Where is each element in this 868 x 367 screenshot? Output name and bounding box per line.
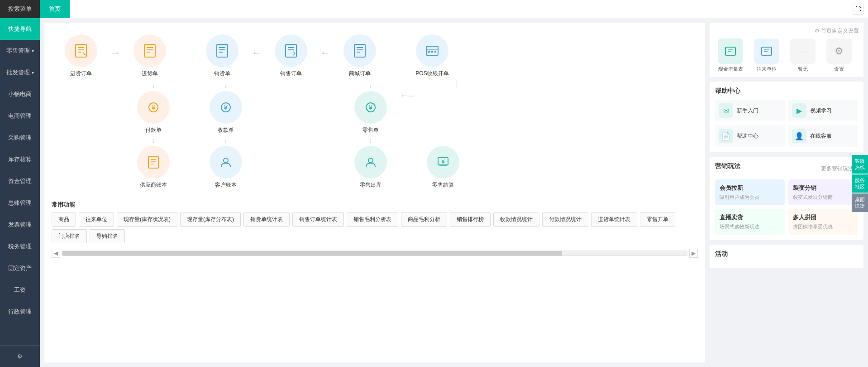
- search-menu-btn[interactable]: 搜索菜单: [0, 0, 40, 18]
- help-item-3[interactable]: 👤在线客服: [788, 125, 858, 147]
- sidebar-item-finance[interactable]: 资金管理: [0, 170, 40, 192]
- quick-icon-cashflow[interactable]: 现金流量表: [714, 39, 747, 72]
- help-icon-3: 👤: [792, 129, 806, 143]
- svg-point-35: [368, 158, 373, 163]
- sidebar-item-label: 固定资产: [8, 264, 32, 272]
- node-retail-bill-label: 零售单: [362, 126, 379, 134]
- arrow-so-from-mall: ←: [320, 34, 330, 72]
- fullscreen-button[interactable]: ⛶: [853, 4, 863, 14]
- sidebar-item-retail[interactable]: 零售管理 ▾: [0, 40, 40, 62]
- sales-bill-icon[interactable]: [206, 34, 238, 67]
- sidebar-item-label: 资金管理: [8, 177, 32, 185]
- sidebar-item-wholesale[interactable]: 批发管理 ▾: [0, 62, 40, 83]
- help-item-1[interactable]: ▶视频学习: [788, 100, 858, 121]
- quick-icon-contacts[interactable]: 往来单位: [750, 39, 783, 72]
- cashflow-icon: [718, 39, 743, 64]
- payment-bill-icon[interactable]: ¥: [137, 91, 170, 124]
- arrow-sb-down: ↓: [224, 81, 228, 90]
- desktop-shortcut-btn[interactable]: 桌面快捷: [852, 193, 868, 212]
- help-grid: ✉新手入门▶视频学习📄帮助中心👤在线客服: [715, 100, 858, 147]
- marketing-item-2[interactable]: 直播卖货场景式购物新玩法: [715, 209, 785, 235]
- func-btn-1[interactable]: 往来单位: [79, 212, 114, 227]
- quick-actions-panel: ⚙ 首页自定义设置 现金流量表 往来单位: [710, 23, 863, 77]
- tab-home[interactable]: 首页: [40, 0, 70, 18]
- sidebar: 快捷导航 零售管理 ▾ 批发管理 ▾ 小畅电商 电商管理 采购管理 库存核算: [0, 18, 40, 367]
- sidebar-item-invoice-mgmt[interactable]: 发票管理: [0, 214, 40, 236]
- sidebar-item-quick-nav[interactable]: 快捷导航: [0, 18, 40, 40]
- customer-service-btn[interactable]: 客服热线: [852, 155, 868, 174]
- sidebar-item-admin[interactable]: 行政管理: [0, 301, 40, 323]
- node-purchase-bill-label: 进货单: [142, 70, 158, 77]
- func-btn-14[interactable]: 导购排名: [90, 229, 125, 243]
- help-icon-1: ▶: [792, 103, 806, 118]
- retail-bill-icon[interactable]: ¥: [354, 91, 387, 124]
- svg-rect-21: [428, 51, 430, 53]
- sidebar-settings-btn[interactable]: ⚙: [0, 345, 40, 367]
- sidebar-item-ecommerce-small[interactable]: 小畅电商: [0, 83, 40, 105]
- quick-icon-none[interactable]: — 暂无: [787, 39, 819, 72]
- sidebar-item-procurement[interactable]: 采购管理: [0, 127, 40, 149]
- func-btn-0[interactable]: 商品: [52, 212, 76, 227]
- marketing-grid: 会员拉新吸引用户成为会员裂变分销裂变式发展分销商直播卖货场景式购物新玩法多人拼团…: [715, 179, 858, 235]
- purchase-order-icon[interactable]: [65, 34, 97, 67]
- func-btn-5[interactable]: 销售订单统计表: [292, 212, 344, 227]
- purchase-bill-icon[interactable]: [134, 34, 166, 67]
- scroll-row: ◀ ▶: [52, 249, 698, 258]
- sidebar-item-tax[interactable]: 税务管理: [0, 236, 40, 257]
- func-btn-7[interactable]: 商品毛利分析: [401, 212, 447, 227]
- func-btn-2[interactable]: 现存量(库存状况表): [117, 212, 177, 227]
- common-functions: 常用功能 商品往来单位现存量(库存状况表)现存量(库存分布表)销货单统计表销售订…: [52, 201, 698, 243]
- svg-rect-23: [434, 51, 436, 53]
- sidebar-item-label: 税务管理: [8, 242, 32, 251]
- scroll-right-btn[interactable]: ▶: [689, 249, 698, 258]
- func-btn-12[interactable]: 零售开单: [640, 212, 675, 227]
- service-community-btn[interactable]: 服务社区: [852, 174, 868, 193]
- sidebar-item-salary[interactable]: 工资: [0, 279, 40, 301]
- retail-settlement-icon[interactable]: ¥: [427, 146, 459, 179]
- help-item-0[interactable]: ✉新手入门: [715, 100, 785, 121]
- scroll-left-btn[interactable]: ◀: [52, 249, 60, 258]
- help-icon-2: 📄: [719, 129, 733, 143]
- sidebar-item-fixed-assets[interactable]: 固定资产: [0, 257, 40, 279]
- contacts-label: 往来单位: [757, 66, 777, 72]
- arrow-retail-down: ↓: [369, 136, 372, 145]
- receipt-bill-icon[interactable]: ¥: [210, 91, 242, 124]
- supplier-account-icon[interactable]: [137, 146, 170, 179]
- settings-gear-icon: ⚙: [826, 39, 852, 64]
- func-btn-10[interactable]: 付款情况统计: [542, 212, 588, 227]
- sales-order-icon[interactable]: [275, 34, 307, 67]
- help-item-label-2: 帮助中心: [737, 132, 758, 140]
- func-btn-8[interactable]: 销售排行榜: [450, 212, 491, 227]
- func-btn-3[interactable]: 现存量(库存分布表): [180, 212, 241, 227]
- sidebar-item-ledger[interactable]: 总账管理: [0, 192, 40, 214]
- func-btn-13[interactable]: 门店排名: [52, 229, 87, 243]
- marketing-title: 营销玩法: [715, 162, 740, 170]
- help-icon-0: ✉: [719, 103, 733, 118]
- func-btn-9[interactable]: 收款情况统计: [493, 212, 539, 227]
- help-center-title: 帮助中心: [715, 87, 858, 95]
- sidebar-item-label: 库存核算: [8, 155, 32, 164]
- marketing-item-0[interactable]: 会员拉新吸引用户成为会员: [715, 179, 785, 205]
- marketing-item-3[interactable]: 多人拼团拼团购物享受优惠: [788, 209, 858, 235]
- marketing-item-1[interactable]: 裂变分销裂变式发展分销商: [788, 179, 858, 205]
- node-pos: POS收银开单: [403, 34, 462, 77]
- help-item-2[interactable]: 📄帮助中心: [715, 125, 785, 147]
- mall-order-icon[interactable]: [343, 34, 376, 67]
- func-btn-11[interactable]: 进货单统计表: [591, 212, 637, 227]
- func-btn-6[interactable]: 销售毛利分析表: [347, 212, 398, 227]
- quick-icon-settings[interactable]: ⚙ 设置: [823, 39, 855, 72]
- svg-text:¥: ¥: [151, 104, 155, 111]
- help-item-label-3: 在线客服: [810, 132, 832, 140]
- arrow-po-to-pb: →: [110, 34, 120, 72]
- customize-settings-link[interactable]: ⚙ 首页自定义设置: [815, 27, 859, 35]
- customer-account-icon[interactable]: [210, 146, 242, 179]
- sidebar-item-ecommerce-mgmt[interactable]: 电商管理: [0, 105, 40, 127]
- sidebar-item-inventory[interactable]: 库存核算: [0, 149, 40, 170]
- node-payment-bill-label: 付款单: [145, 126, 162, 134]
- scroll-track[interactable]: [62, 251, 687, 256]
- retail-outbound-icon[interactable]: [354, 146, 387, 179]
- func-btn-4[interactable]: 销货单统计表: [243, 212, 290, 227]
- scroll-thumb: [62, 251, 562, 256]
- pos-icon[interactable]: [416, 34, 448, 67]
- arrow-pay-down: ↓: [152, 136, 155, 145]
